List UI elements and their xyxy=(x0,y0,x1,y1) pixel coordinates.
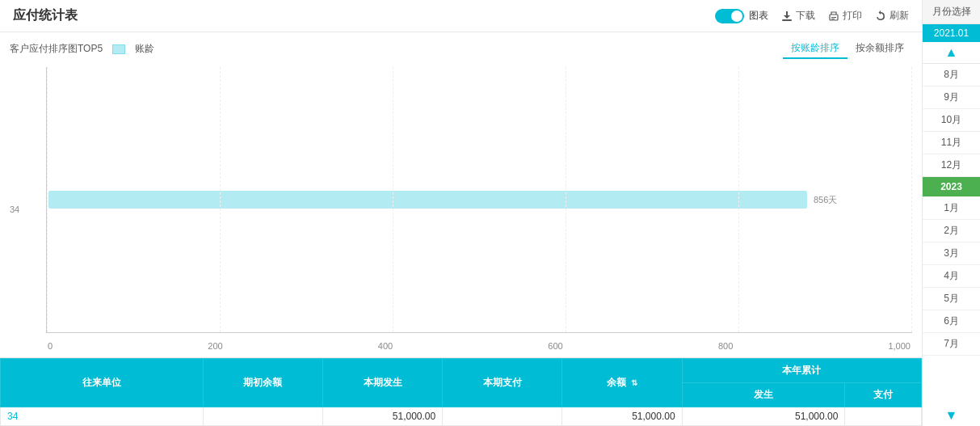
legend-color-label: 账龄 xyxy=(135,42,154,56)
sidebar-scroll-down[interactable]: ▼ xyxy=(923,405,980,426)
svg-rect-3 xyxy=(831,19,835,19)
sidebar-month-item[interactable]: 10月 xyxy=(923,109,980,132)
print-button[interactable]: 打印 xyxy=(828,9,862,23)
sidebar-month-list: 8月9月10月11月12月20231月2月3月4月5月6月7月 xyxy=(923,64,980,405)
cell-ytd-occur: 51,000.00 xyxy=(682,407,845,426)
chart-tabs: 按账龄排序 按余额排序 xyxy=(783,39,912,59)
th-source: 往来单位 xyxy=(1,359,204,407)
sidebar-month-item[interactable]: 3月 xyxy=(923,243,980,265)
th-current: 本期发生 xyxy=(323,359,443,407)
sidebar-month-item[interactable]: 1月 xyxy=(923,197,980,220)
svg-rect-2 xyxy=(831,17,836,18)
th-payment: 本期支付 xyxy=(443,359,562,407)
sidebar-month-item[interactable]: 5月 xyxy=(923,288,980,310)
th-balance: 余额 ⇅ xyxy=(562,359,682,407)
chart-toggle[interactable] xyxy=(715,9,744,23)
sidebar-scroll-up[interactable]: ▲ xyxy=(923,42,980,63)
th-ytd-occur: 发生 xyxy=(682,383,845,407)
chart-toggle-wrap[interactable]: 图表 xyxy=(715,9,768,23)
chart-and-tabs: 客户应付排序图TOP5 账龄 按账龄排序 按余额排序 34 xyxy=(10,39,912,351)
y-axis-label: 34 xyxy=(10,205,19,214)
sidebar-month-item[interactable]: 4月 xyxy=(923,265,980,288)
cell-payment xyxy=(443,407,562,426)
bar-row: 856天 xyxy=(48,191,911,209)
sidebar-month-item[interactable]: 12月 xyxy=(923,154,980,177)
th-ytd-pay: 支付 xyxy=(845,383,922,407)
bar-days-label: 856天 xyxy=(814,194,837,206)
x-axis-labels: 0 200 400 600 800 1,000 xyxy=(46,341,912,351)
chart-top-bar: 客户应付排序图TOP5 账龄 按账龄排序 按余额排序 xyxy=(10,39,912,64)
page-title: 应付统计表 xyxy=(13,7,78,24)
cell-ytd-pay xyxy=(845,407,922,426)
header-actions: 图表 下载 打印 刷新 xyxy=(715,9,909,23)
cell-opening xyxy=(203,407,322,426)
sidebar-month-item[interactable]: 11月 xyxy=(923,132,980,154)
download-icon xyxy=(781,11,793,22)
chart-plot-area: 856天 xyxy=(46,67,912,333)
sidebar-year-label: 2023 xyxy=(923,177,980,197)
cell-balance: 51,000.00 xyxy=(562,407,682,426)
table-section: 往来单位 期初余额 本期发生 本期支付 余额 ⇅ 本年累计 发生 支付 xyxy=(0,358,922,426)
legend-text: 客户应付排序图TOP5 xyxy=(10,42,103,56)
th-opening: 期初余额 xyxy=(203,359,322,407)
table-row: 34 51,000.00 51,000.00 51,000.00 xyxy=(1,407,922,426)
sidebar: 月份选择 2021.01 ▲ 8月9月10月11月12月20231月2月3月4月… xyxy=(922,0,980,426)
chart-section: 客户应付排序图TOP5 账龄 按账龄排序 按余额排序 34 xyxy=(0,32,922,358)
cell-source: 34 xyxy=(1,407,204,426)
sidebar-month-item[interactable]: 9月 xyxy=(923,86,980,109)
sidebar-month-item[interactable]: 8月 xyxy=(923,64,980,86)
th-ytd-group: 本年累计 xyxy=(682,359,921,383)
bar-fill xyxy=(48,191,807,209)
balance-sort-icon: ⇅ xyxy=(631,378,637,387)
tab-by-amount[interactable]: 按余额排序 xyxy=(848,39,912,59)
chart-toggle-label: 图表 xyxy=(749,9,768,23)
sidebar-header: 月份选择 xyxy=(923,0,980,24)
print-icon xyxy=(828,11,839,22)
sidebar-selected-month: 2021.01 xyxy=(923,24,980,42)
download-button[interactable]: 下载 xyxy=(781,9,815,23)
refresh-button[interactable]: 刷新 xyxy=(875,9,909,23)
legend-color-box xyxy=(112,44,125,54)
page-header: 应付统计表 图表 下载 打印 刷新 xyxy=(0,0,922,32)
chart-legend: 客户应付排序图TOP5 账龄 xyxy=(10,42,154,56)
refresh-icon xyxy=(875,11,886,22)
svg-rect-0 xyxy=(782,19,792,21)
sidebar-month-item[interactable]: 6月 xyxy=(923,310,980,333)
data-table: 往来单位 期初余额 本期发生 本期支付 余额 ⇅ 本年累计 发生 支付 xyxy=(0,358,922,426)
tab-by-balance[interactable]: 按账龄排序 xyxy=(783,39,848,59)
sidebar-month-item[interactable]: 2月 xyxy=(923,220,980,243)
chart-inner: 34 856天 xyxy=(10,67,912,351)
cell-current: 51,000.00 xyxy=(323,407,443,426)
sidebar-month-item[interactable]: 7月 xyxy=(923,333,980,356)
